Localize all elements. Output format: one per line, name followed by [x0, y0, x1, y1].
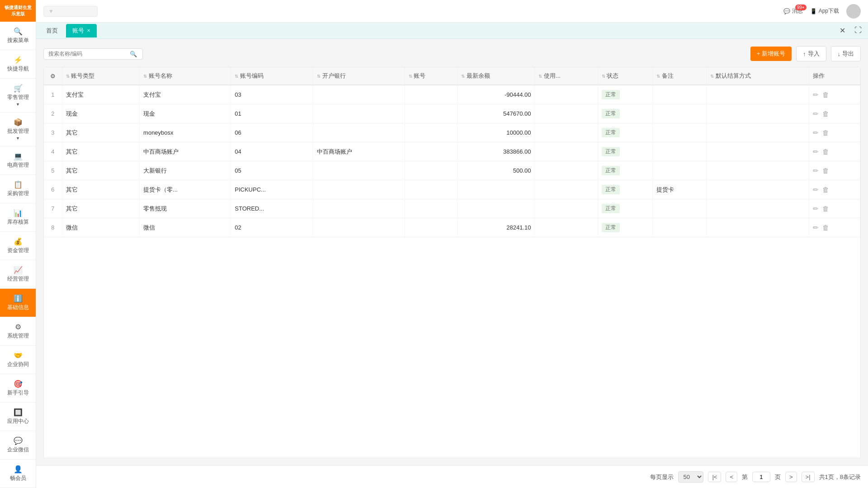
tab-close-icon[interactable]: ✕ [87, 28, 90, 33]
app-download-label: App下载 [819, 7, 839, 15]
tab-close-icon[interactable]: ✕ [837, 25, 848, 36]
edit-icon[interactable]: ✏ [813, 110, 819, 118]
row-account [405, 104, 457, 123]
tab-expand-icon[interactable]: ⛶ [852, 25, 864, 36]
page-first-button[interactable]: |< [708, 472, 721, 482]
edit-icon[interactable]: ✏ [813, 186, 819, 194]
header-left: ▼ [43, 6, 98, 17]
delete-icon[interactable]: 🗑 [822, 129, 829, 136]
delete-icon[interactable]: 🗑 [822, 167, 829, 174]
sidebar-item-8[interactable]: 📈经营管理 [0, 260, 36, 289]
sidebar-item-0[interactable]: 🔍搜索菜单 [0, 22, 36, 50]
row-balance: 500.00 [457, 161, 535, 180]
col-name[interactable]: ⇅ 账号名称 [140, 67, 231, 85]
sidebar-item-1[interactable]: ⚡快捷导航 [0, 50, 36, 79]
app-logo: 畅捷通财生意 乐意版 [0, 0, 36, 22]
row-status: 正常 [598, 142, 652, 161]
row-default-settlement [707, 123, 809, 142]
sidebar-item-15[interactable]: 👤畅会员 [0, 460, 36, 488]
sidebar-item-14[interactable]: 💬企业微信 [0, 431, 36, 460]
delete-icon[interactable]: 🗑 [822, 148, 829, 155]
col-default-settlement[interactable]: ⇅ 默认结算方式 [707, 67, 809, 85]
row-account [405, 142, 457, 161]
sidebar-item-13[interactable]: 🔲应用中心 [0, 403, 36, 431]
top-search-box: ▼ [43, 6, 98, 17]
delete-icon[interactable]: 🗑 [822, 224, 829, 231]
sidebar-item-4[interactable]: 💻电商管理 [0, 146, 36, 175]
main-container: ▼ 💬 消息 99+ 📱 App下载 首页 账号 ✕ ✕ ⛶ [36, 0, 868, 488]
row-type: 其它 [62, 123, 140, 142]
col-status[interactable]: ⇅ 状态 [598, 67, 652, 85]
col-bank[interactable]: ⇅ 开户银行 [313, 67, 405, 85]
row-type: 支付宝 [62, 85, 140, 104]
row-default-settlement [707, 104, 809, 123]
row-balance: 547670.00 [457, 104, 535, 123]
delete-icon[interactable]: 🗑 [822, 91, 829, 99]
row-remark [653, 123, 707, 142]
delete-icon[interactable]: 🗑 [822, 205, 829, 212]
page-size-select[interactable]: 50 100 [678, 471, 703, 483]
row-index: 2 [44, 104, 62, 123]
sidebar-item-10[interactable]: ⚙系统管理 [0, 317, 36, 346]
delete-icon[interactable]: 🗑 [822, 110, 829, 117]
edit-icon[interactable]: ✏ [813, 224, 819, 232]
row-index: 7 [44, 199, 62, 218]
search-input[interactable] [48, 51, 130, 57]
row-bank [313, 161, 405, 180]
sidebar-item-9[interactable]: ℹ️基础信息 [0, 289, 36, 317]
edit-icon[interactable]: ✏ [813, 91, 819, 99]
edit-icon[interactable]: ✏ [813, 205, 819, 213]
col-remark[interactable]: ⇅ 备注 [653, 67, 707, 85]
export-button[interactable]: ↓ 导出 [831, 46, 861, 61]
row-status: 正常 [598, 104, 652, 123]
page-next-button[interactable]: > [785, 472, 797, 482]
app-download-button[interactable]: 📱 App下载 [810, 7, 839, 15]
row-usage [535, 142, 598, 161]
sidebar-item-3[interactable]: 📦批发管理▼ [0, 113, 36, 146]
edit-icon[interactable]: ✏ [813, 148, 819, 156]
table-row: 6 其它 提货卡（零... PICKUPC... 正常 提货卡 ✏ 🗑 [44, 180, 860, 199]
page-suffix: 页 [775, 473, 781, 481]
col-code[interactable]: ⇅ 账号编码 [231, 67, 313, 85]
col-balance[interactable]: ⇅ 最新余额 [457, 67, 535, 85]
tab-account[interactable]: 账号 ✕ [66, 24, 97, 38]
page-label: 第 [742, 473, 748, 481]
row-type: 其它 [62, 199, 140, 218]
tab-home[interactable]: 首页 [40, 24, 64, 38]
col-settings[interactable]: ⚙ [44, 67, 62, 85]
row-default-settlement [707, 161, 809, 180]
avatar[interactable] [846, 4, 861, 19]
row-usage [535, 85, 598, 104]
sidebar-item-2[interactable]: 🛒零售管理▼ [0, 79, 36, 113]
row-account [405, 180, 457, 199]
page-input[interactable] [752, 472, 770, 482]
sidebar-item-11[interactable]: 🤝企业协同 [0, 346, 36, 374]
col-account[interactable]: ⇅ 账号 [405, 67, 457, 85]
page-prev-button[interactable]: < [726, 472, 737, 482]
row-default-settlement [707, 199, 809, 218]
edit-icon[interactable]: ✏ [813, 129, 819, 137]
table-row: 4 其它 中百商场账户 04 中百商场账户 383866.00 正常 ✏ 🗑 [44, 142, 860, 161]
col-type[interactable]: ⇅ 账号类型 [62, 67, 140, 85]
row-action: ✏ 🗑 [809, 85, 860, 104]
sidebar-item-6[interactable]: 📊库存核算 [0, 203, 36, 232]
row-action: ✏ 🗑 [809, 123, 860, 142]
add-account-button[interactable]: + 新增账号 [750, 47, 792, 61]
content-area: 🔍 + 新增账号 ↑ 导入 ↓ 导出 ⚙ ⇅ 账号类型 [36, 39, 868, 465]
col-usage[interactable]: ⇅ 使用... [535, 67, 598, 85]
delete-icon[interactable]: 🗑 [822, 186, 829, 193]
row-index: 1 [44, 85, 62, 104]
message-button[interactable]: 💬 消息 99+ [783, 7, 803, 15]
row-remark [653, 199, 707, 218]
sidebar-item-7[interactable]: 💰资金管理 [0, 232, 36, 260]
sidebar-item-5[interactable]: 📋采购管理 [0, 175, 36, 203]
edit-icon[interactable]: ✏ [813, 167, 819, 175]
row-index: 3 [44, 123, 62, 142]
page-last-button[interactable]: >| [802, 472, 815, 482]
row-account [405, 199, 457, 218]
import-button[interactable]: ↑ 导入 [796, 46, 826, 61]
row-bank [313, 218, 405, 237]
search-icon[interactable]: 🔍 [130, 51, 137, 57]
logo-text: 畅捷通财生意 [5, 5, 32, 11]
sidebar-item-12[interactable]: 🎯新手引导 [0, 374, 36, 403]
